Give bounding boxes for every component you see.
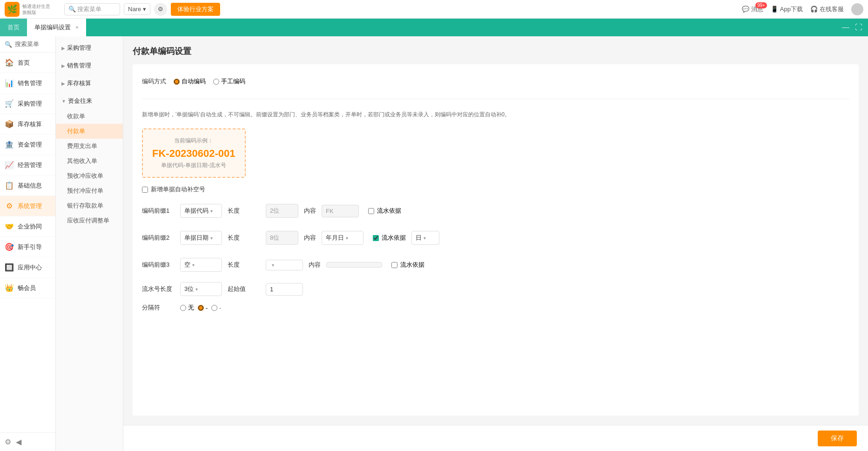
sidebar-item-newbie[interactable]: 🎯 新手引导	[0, 237, 55, 257]
manual-encode-radio[interactable]	[213, 79, 219, 85]
prefix2-content-label: 内容	[304, 234, 316, 242]
serial-length-select[interactable]: 3位 ▾	[180, 282, 222, 296]
sub-item-payment[interactable]: 付款单	[56, 124, 123, 139]
serial-start-label: 起始值	[228, 285, 260, 293]
minimize-icon[interactable]: —	[842, 23, 849, 32]
download-icon: 📱	[771, 6, 778, 13]
prefix2-content-select[interactable]: 年月日 ▾	[322, 231, 363, 245]
sidebar-search[interactable]: 🔍 搜索菜单	[0, 36, 55, 53]
manual-encode-option[interactable]: 手工编码	[213, 77, 245, 86]
chevron-right-icon: ▶	[61, 46, 65, 51]
nav-dropdown[interactable]: Nare ▾	[124, 3, 150, 15]
chevron-down-icon: ▾	[195, 287, 198, 292]
trial-button[interactable]: 体验行业方案	[171, 3, 220, 16]
sidebar-item-purchase-label: 采购管理	[18, 100, 42, 108]
prefix2-length-value: 8位	[266, 231, 298, 245]
encoding-method-label: 编码方式	[142, 77, 166, 86]
prefix1-label: 编码前缀1	[142, 207, 175, 215]
code-example-prefix-label: 当前编码示例：	[174, 137, 213, 145]
sub-group-purchase-label: 采购管理	[67, 44, 91, 52]
sub-group-inventory-label: 库存核算	[67, 79, 91, 88]
sub-item-pre-receivable[interactable]: 预收冲应收单	[56, 168, 123, 183]
sub-item-pre-payable[interactable]: 预付冲应付单	[56, 183, 123, 198]
settings-button[interactable]: ⚙	[154, 3, 167, 16]
sidebar-item-basic[interactable]: 📋 基础信息	[0, 175, 55, 196]
message-badge: 99+	[755, 2, 767, 8]
sidebar-bottom: ⚙ ◀	[0, 432, 55, 451]
app-download-label: App下载	[780, 5, 803, 13]
prefix3-watermark-label: 流水依据	[400, 261, 424, 269]
header-right: 💬 消息 99+ 📱 App下载 🎧 在线客服	[742, 3, 863, 15]
sub-group-inventory: ▶ 库存核算	[56, 75, 123, 91]
sidebar-item-apps-label: 应用中心	[18, 263, 42, 272]
message-button[interactable]: 💬 消息 99+	[742, 5, 763, 13]
divider	[142, 99, 849, 99]
prefix1-select[interactable]: 单据代码 ▾	[180, 204, 222, 218]
prefix3-row: 编码前缀3 空 ▾ 长度 ▾ 内容 流水依据	[142, 255, 849, 275]
sep-dash-radio[interactable]	[198, 305, 204, 311]
online-service-button[interactable]: 🎧 在线客服	[810, 5, 844, 13]
member-icon: 👑	[5, 283, 14, 292]
sub-item-receipt[interactable]: 收款单	[56, 109, 123, 124]
sep-none-radio[interactable]	[180, 305, 186, 311]
sidebar-search-label: 搜索菜单	[15, 40, 39, 48]
sep-dash-option[interactable]: -	[198, 304, 208, 311]
chevron-down-icon: ▾	[210, 236, 213, 241]
sidebar-item-member[interactable]: 👑 畅会员	[0, 278, 55, 298]
chevron-right-icon: ▶	[61, 81, 65, 86]
prefix2-select[interactable]: 单据日期 ▾	[180, 231, 222, 245]
footer-bar: 保存	[123, 425, 868, 451]
tab-home[interactable]: 首页	[0, 19, 27, 36]
sub-group-inventory-header[interactable]: ▶ 库存核算	[56, 75, 123, 91]
sub-group-purchase-header[interactable]: ▶ 采购管理	[56, 40, 123, 56]
system-icon: ⚙	[5, 202, 14, 210]
sub-item-ap-adjust[interactable]: 应收应付调整单	[56, 213, 123, 228]
sub-group-sales-header[interactable]: ▶ 销售管理	[56, 58, 123, 74]
auto-encode-radio[interactable]	[174, 79, 180, 85]
sidebar-item-sales[interactable]: 📊 销售管理	[0, 73, 55, 94]
logo-area: 🌿 畅通道好生意 旗舰版	[5, 2, 61, 17]
tab-document-encoding[interactable]: 单据编码设置 ×	[27, 19, 86, 36]
separator-options: 无 - ·	[180, 303, 221, 312]
prefix3-watermark-checkbox[interactable]	[391, 262, 397, 268]
serial-start-input[interactable]: 1	[266, 283, 303, 296]
sub-group-capital-header[interactable]: ▼ 资金往来	[56, 93, 123, 109]
prefix1-content-label: 内容	[304, 207, 316, 215]
auto-fill-checkbox-row[interactable]: 新增单据自动补空号	[142, 185, 849, 194]
save-button[interactable]: 保存	[818, 431, 857, 446]
settings-bottom-icon[interactable]: ⚙	[5, 438, 11, 446]
sep-dot-option[interactable]: ·	[211, 304, 221, 311]
sep-dot-radio[interactable]	[211, 305, 217, 311]
sub-item-expense[interactable]: 费用支出单	[56, 139, 123, 154]
collapse-icon[interactable]: ◀	[16, 438, 21, 446]
sub-item-other-income[interactable]: 其他收入单	[56, 154, 123, 168]
top-header: 🌿 畅通道好生意 旗舰版 🔍 搜索菜单 Nare ▾ ⚙ 体验行业方案 💬 消息…	[0, 0, 868, 19]
prefix2-period-select[interactable]: 日 ▾	[411, 231, 439, 245]
sidebar-item-system[interactable]: ⚙ 系统管理	[0, 196, 55, 216]
chevron-down-icon: ▾	[346, 236, 348, 241]
maximize-icon[interactable]: ⛶	[855, 23, 862, 32]
prefix2-watermark-checkbox[interactable]	[373, 235, 379, 241]
sidebar-item-home[interactable]: 🏠 首页	[0, 53, 55, 73]
prefix3-select[interactable]: 空 ▾	[180, 258, 222, 272]
chevron-down-icon: ▾	[424, 236, 426, 241]
tab-close-icon[interactable]: ×	[75, 24, 79, 31]
header-search-box[interactable]: 🔍 搜索菜单	[64, 3, 120, 15]
sidebar-item-operation[interactable]: 📈 经营管理	[0, 155, 55, 175]
sidebar-item-home-label: 首页	[18, 59, 30, 67]
sidebar-item-purchase[interactable]: 🛒 采购管理	[0, 94, 55, 114]
user-avatar[interactable]	[851, 3, 863, 15]
sidebar-item-enterprise[interactable]: 🤝 企业协同	[0, 216, 55, 237]
prefix3-length-select[interactable]: ▾	[266, 260, 303, 270]
auto-encode-option[interactable]: 自动编码	[174, 77, 206, 86]
sep-none-option[interactable]: 无	[180, 303, 194, 312]
sidebar-item-inventory[interactable]: 📦 库存核算	[0, 114, 55, 135]
sub-item-bank-deposit[interactable]: 银行存取款单	[56, 198, 123, 213]
gear-icon: ⚙	[158, 6, 163, 13]
sidebar-item-apps[interactable]: 🔲 应用中心	[0, 257, 55, 278]
serial-start-value: 1	[270, 286, 273, 293]
app-download-button[interactable]: 📱 App下载	[771, 5, 803, 13]
auto-fill-checkbox[interactable]	[142, 187, 148, 193]
prefix1-watermark-checkbox[interactable]	[368, 208, 374, 214]
sidebar-item-fund[interactable]: 🏦 资金管理	[0, 135, 55, 155]
